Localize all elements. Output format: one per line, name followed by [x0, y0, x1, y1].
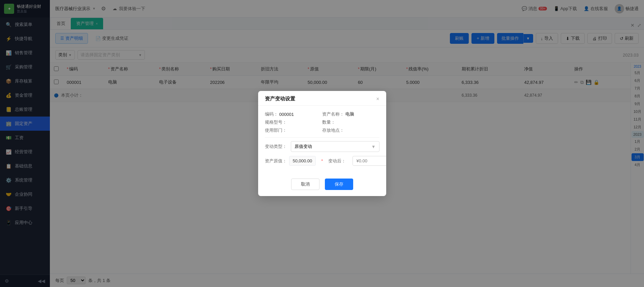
- dialog-close-icon[interactable]: ×: [376, 96, 379, 102]
- dialog-required-mark: *: [321, 158, 323, 163]
- dialog-save-button[interactable]: 保存: [325, 179, 353, 190]
- dialog-department-item: 使用部门：: [265, 127, 322, 133]
- dialog-code-label: 编码：: [265, 111, 278, 117]
- dialog-title: 资产变动设置: [265, 96, 295, 102]
- dialog-code-item: 编码： 000001: [265, 111, 322, 117]
- dialog-original-value: 50,000.00: [289, 156, 316, 166]
- dialog-cancel-button[interactable]: 取消: [291, 179, 319, 190]
- dialog-change-type-value: 原值变动: [295, 144, 312, 150]
- dialog-info-grid: 编码： 000001 资产名称： 电脑 规格型号： 数量： 使用部门：: [265, 111, 379, 133]
- dialog-after-change-input[interactable]: [352, 156, 386, 166]
- dialog-asset-name-value: 电脑: [345, 111, 354, 117]
- dialog-storage-label: 存放地点：: [322, 127, 344, 133]
- dialog-change-type-row: 变动类型： 原值变动 ▼: [265, 141, 379, 152]
- dialog-code-value: 000001: [279, 112, 294, 117]
- dialog-spec-label: 规格型号：: [265, 119, 287, 125]
- dialog-values-row: 资产原值： 50,000.00 * 变动后：: [265, 156, 379, 166]
- dialog-change-type-select[interactable]: 原值变动 ▼: [291, 141, 379, 152]
- dialog-divider: [265, 137, 379, 138]
- dialog-quantity-label: 数量：: [322, 119, 335, 125]
- dialog-after-change-label: 变动后：: [328, 158, 348, 164]
- modal-overlay[interactable]: 资产变动设置 × 编码： 000001 资产名称： 电脑 规格型号： 数量：: [0, 0, 644, 287]
- dialog-asset-name-item: 资产名称： 电脑: [322, 111, 379, 117]
- dialog-spec-item: 规格型号：: [265, 119, 322, 125]
- asset-change-dialog: 资产变动设置 × 编码： 000001 资产名称： 电脑 规格型号： 数量：: [258, 91, 386, 196]
- dialog-quantity-item: 数量：: [322, 119, 379, 125]
- dialog-change-type-arrow: ▼: [371, 144, 376, 149]
- dialog-change-type-label: 变动类型：: [265, 144, 287, 150]
- dialog-body: 编码： 000001 资产名称： 电脑 规格型号： 数量： 使用部门：: [258, 106, 386, 175]
- dialog-department-label: 使用部门：: [265, 127, 287, 133]
- dialog-storage-item: 存放地点：: [322, 127, 379, 133]
- dialog-original-label: 资产原值：: [265, 158, 285, 164]
- dialog-header: 资产变动设置 ×: [258, 91, 386, 106]
- dialog-asset-name-label: 资产名称：: [322, 111, 344, 117]
- dialog-footer: 取消 保存: [258, 175, 386, 196]
